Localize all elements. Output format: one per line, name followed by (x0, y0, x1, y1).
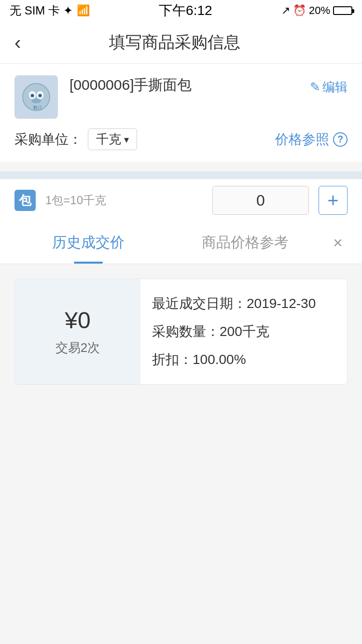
product-name: [0000006]手撕面包 (70, 75, 192, 95)
battery-percent: 20% (309, 4, 330, 17)
transaction-price: ¥0 (65, 307, 90, 334)
edit-button[interactable]: ✎ 编辑 (310, 79, 348, 96)
edit-label: 编辑 (322, 79, 348, 96)
status-left: 无 SIM 卡 ✦ 📶 (10, 3, 90, 18)
detail-discount: 折扣：100.00% (152, 350, 335, 370)
edit-icon: ✎ (310, 80, 320, 95)
product-name-area: [0000006]手撕面包 ✎ 编辑 (70, 75, 348, 99)
tab-product-price-label: 商品价格参考 (202, 233, 289, 252)
transaction-card: ¥0 交易2次 最近成交日期：2019-12-30 采购数量：200千克 折扣：… (14, 279, 348, 385)
unit-area: 采购单位： 千克 ▾ (14, 128, 137, 150)
tab-history-label: 历史成交价 (52, 233, 125, 252)
svg-point-6 (39, 95, 41, 97)
svg-point-5 (31, 95, 33, 97)
price-ref-button[interactable]: 价格参照 ? (275, 130, 348, 149)
back-button[interactable]: ‹ (14, 33, 21, 52)
history-content: ¥0 交易2次 最近成交日期：2019-12-30 采购数量：200千克 折扣：… (0, 264, 362, 554)
help-icon: ? (333, 132, 348, 147)
nav-bar: ‹ 填写商品采购信息 (0, 21, 362, 64)
discount-label: 折扣： (152, 352, 193, 367)
tab-product-price[interactable]: 商品价格参考 (167, 222, 323, 264)
tab-bar: 历史成交价 商品价格参考 × (0, 222, 362, 264)
svg-text:数订: 数订 (33, 105, 42, 110)
battery-icon (333, 6, 352, 15)
quantity-row: 包 1包=10千克 0 + (0, 179, 362, 222)
status-time: 下午6:12 (159, 1, 212, 20)
status-right: ↗ ⏰ 20% (281, 4, 352, 17)
unit-conversion: 1包=10千克 (45, 193, 203, 208)
section-divider (0, 171, 362, 179)
alarm-icon: ⏰ (293, 4, 306, 17)
detail-date: 最近成交日期：2019-12-30 (152, 294, 335, 314)
unit-select[interactable]: 千克 ▾ (88, 128, 137, 150)
tab-active-indicator (74, 262, 103, 264)
transaction-trades: 交易2次 (56, 339, 100, 356)
product-thumbnail: 数订 (14, 75, 58, 119)
svg-point-7 (31, 98, 41, 103)
tab-history[interactable]: 历史成交价 (10, 222, 167, 264)
date-value: 2019-12-30 (247, 296, 316, 311)
product-row-top: 数订 [0000006]手撕面包 ✎ 编辑 (14, 75, 348, 119)
card-detail-section: 最近成交日期：2019-12-30 采购数量：200千克 折扣：100.00% (140, 279, 347, 384)
product-row-bottom: 采购单位： 千克 ▾ 价格参照 ? (14, 128, 348, 150)
detail-qty: 采购数量：200千克 (152, 322, 335, 342)
sim-status: 无 SIM 卡 ✦ (10, 3, 73, 18)
unit-label: 采购单位： (14, 130, 82, 149)
product-logo: 数订 (19, 80, 53, 114)
location-icon: ↗ (281, 4, 290, 17)
discount-value: 100.00% (193, 352, 246, 367)
unit-value: 千克 (96, 131, 121, 148)
page-title: 填写商品采购信息 (30, 31, 319, 54)
quantity-input[interactable]: 0 (212, 186, 309, 215)
wifi-icon: 📶 (77, 4, 90, 17)
card-price-section: ¥0 交易2次 (15, 279, 140, 384)
price-ref-label: 价格参照 (275, 130, 329, 149)
quantity-plus-button[interactable]: + (319, 186, 348, 215)
status-bar: 无 SIM 卡 ✦ 📶 下午6:12 ↗ ⏰ 20% (0, 0, 362, 21)
dropdown-icon: ▾ (124, 134, 129, 145)
unit-badge: 包 (14, 190, 36, 211)
qty-value: 200千克 (220, 324, 269, 339)
close-button[interactable]: × (323, 228, 352, 257)
qty-label: 采购数量： (152, 324, 220, 339)
product-card: 数订 [0000006]手撕面包 ✎ 编辑 采购单位： 千克 ▾ 价格参照 ? (0, 64, 362, 162)
date-label: 最近成交日期： (152, 296, 247, 311)
